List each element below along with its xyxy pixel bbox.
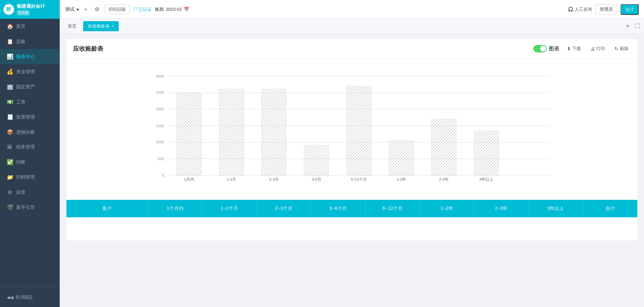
app-name: 畅捷通好会计 bbox=[17, 3, 45, 9]
sidebar-label-closing: 结账 bbox=[16, 159, 25, 165]
sidebar-item-home[interactable]: 🏠 首页 bbox=[0, 19, 60, 34]
table-header-total: 合计 bbox=[583, 200, 637, 217]
company-dropdown-icon: ▾ bbox=[76, 7, 79, 12]
toggle-thumb bbox=[540, 46, 546, 52]
svg-text:500: 500 bbox=[158, 157, 164, 161]
sidebar-item-sales[interactable]: 📦 进销台账 bbox=[0, 125, 60, 140]
download-button[interactable]: ⬇ 下载 bbox=[565, 44, 583, 53]
old-version-button[interactable]: 切到旧版 bbox=[105, 5, 129, 14]
refresh-button[interactable]: ↻ 刷新 bbox=[612, 44, 631, 53]
sidebar-item-tax[interactable]: 🏛 税务管理 bbox=[0, 140, 60, 155]
svg-text:3年以上: 3年以上 bbox=[479, 177, 493, 181]
sidebar-label-tax: 税务管理 bbox=[16, 144, 35, 150]
logo-text-block: 畅捷通好会计 专业版 bbox=[17, 3, 45, 15]
print-button[interactable]: 🖨 打印 bbox=[588, 44, 607, 53]
bar-6-12月 bbox=[346, 86, 371, 175]
invoice-icon: 🧾 bbox=[7, 114, 13, 120]
print-icon: 🖨 bbox=[590, 46, 595, 51]
tab-close-icon[interactable]: × bbox=[112, 24, 114, 29]
gear-button[interactable]: ⚙ bbox=[93, 5, 101, 14]
download-icon: ⬇ bbox=[567, 46, 571, 51]
bar-1-2年 bbox=[389, 141, 414, 175]
calendar-icon[interactable]: 📅 bbox=[184, 7, 189, 12]
page-content: 应收账龄表 图表 ⬇ 下载 🖨 打印 bbox=[60, 34, 644, 307]
bar-3年以上 bbox=[474, 131, 499, 175]
table-header-3-6m: 3~6个月 bbox=[311, 200, 365, 217]
headset-icon: 🎧 bbox=[568, 7, 573, 12]
window-resize-button[interactable]: ⛶ bbox=[633, 22, 641, 31]
consult-button[interactable]: 🎧 人工咨询 bbox=[568, 6, 592, 12]
report-title: 应收账龄表 bbox=[73, 45, 103, 53]
topbar: 测试 ▾ + ⚙ 切到旧版 🛡 已认证 账期 2023-02 📅 🎧 人工咨询 … bbox=[60, 0, 644, 19]
report-area: 应收账龄表 图表 ⬇ 下载 🖨 打印 bbox=[66, 39, 637, 240]
sidebar-item-assets[interactable]: 🏢 固定资产 bbox=[0, 79, 60, 94]
chart-toggle[interactable]: 图表 bbox=[533, 45, 559, 52]
consult-label: 人工咨询 bbox=[575, 6, 592, 12]
table-header-row: 客户 1个月内 1~2个月 2~3个月 3~6个月 6~12个月 bbox=[66, 200, 637, 217]
window-close-button[interactable]: × bbox=[625, 22, 631, 31]
role-button[interactable]: 会计 bbox=[621, 4, 639, 15]
closing-icon: ✅ bbox=[7, 159, 13, 165]
sidebar-label-invoice: 发票管理 bbox=[16, 114, 35, 120]
report-actions: 图表 ⬇ 下载 🖨 打印 ↻ 刷新 bbox=[533, 44, 631, 53]
sidebar: 财 畅捷通好会计 专业版 🏠 首页 📋 总账 📊 报表中心 💰 资金管理 🏢 固… bbox=[0, 0, 60, 307]
refresh-icon: ↻ bbox=[614, 46, 619, 51]
table-header-6-12m: 6~12个月 bbox=[366, 200, 420, 217]
bar-1-2月 bbox=[219, 89, 244, 176]
refresh-label: 刷新 bbox=[620, 46, 629, 52]
sidebar-item-guide[interactable]: 🎬 新手引导 bbox=[0, 200, 60, 215]
home-icon: 🏠 bbox=[7, 23, 13, 30]
table-header-1m: 1个月内 bbox=[148, 200, 202, 217]
sidebar-label-ledger: 总账 bbox=[16, 39, 25, 45]
svg-text:1500: 1500 bbox=[156, 124, 164, 128]
salary-icon: 💵 bbox=[7, 99, 13, 105]
period-value: 2023-02 bbox=[166, 7, 182, 12]
sidebar-label-salary: 工资 bbox=[16, 99, 25, 105]
archive-icon: 📁 bbox=[7, 174, 13, 180]
sidebar-label-archive: 归档管理 bbox=[16, 174, 35, 180]
svg-text:3-6月: 3-6月 bbox=[312, 177, 321, 181]
cancel-fixed-button[interactable]: ◀◀ 取消固定 bbox=[0, 291, 60, 304]
svg-text:2000: 2000 bbox=[156, 107, 164, 111]
sidebar-label-reports: 报表中心 bbox=[16, 54, 35, 60]
sidebar-label-guide: 新手引导 bbox=[16, 205, 35, 211]
sidebar-label-sales: 进销台账 bbox=[16, 129, 35, 135]
tab-report[interactable]: 应收账龄表 × bbox=[83, 21, 119, 31]
svg-text:0: 0 bbox=[162, 173, 164, 177]
cancel-fixed-label: 取消固定 bbox=[15, 294, 33, 300]
app-edition: 专业版 bbox=[17, 10, 30, 15]
guide-icon: 🎬 bbox=[7, 204, 13, 211]
bar-1月内 bbox=[177, 93, 202, 175]
table-header-customer: 客户 bbox=[66, 200, 148, 217]
logo-icon: 财 bbox=[3, 4, 14, 15]
print-label: 打印 bbox=[596, 46, 605, 52]
svg-text:6-12个月: 6-12个月 bbox=[351, 177, 367, 181]
sidebar-item-salary[interactable]: 💵 工资 bbox=[0, 94, 60, 109]
period-info: 账期 2023-02 📅 bbox=[155, 6, 189, 12]
sidebar-item-reports[interactable]: 📊 报表中心 bbox=[0, 49, 60, 64]
svg-text:3000: 3000 bbox=[156, 74, 164, 78]
company-selector[interactable]: 测试 ▾ bbox=[65, 6, 79, 12]
sidebar-label-settings: 设置 bbox=[16, 189, 25, 195]
svg-text:2500: 2500 bbox=[156, 90, 164, 94]
sidebar-item-archive[interactable]: 📁 归档管理 bbox=[0, 170, 60, 185]
verified-badge: 🛡 已认证 bbox=[133, 6, 152, 12]
settings-icon: ⚙ bbox=[7, 189, 13, 195]
sidebar-item-settings[interactable]: ⚙ 设置 bbox=[0, 185, 60, 200]
admin-button[interactable]: 管理员 bbox=[595, 4, 617, 14]
sales-icon: 📦 bbox=[7, 129, 13, 135]
tabs-bar: 首页 应收账龄表 × × ⛶ bbox=[60, 19, 644, 34]
table-header-1-2m: 1~2个月 bbox=[202, 200, 257, 217]
bar-3-6月 bbox=[304, 146, 329, 176]
tab-home[interactable]: 首页 bbox=[62, 21, 82, 31]
sidebar-item-closing[interactable]: ✅ 结账 bbox=[0, 155, 60, 170]
sidebar-label-home: 首页 bbox=[16, 24, 25, 30]
add-button[interactable]: + bbox=[82, 5, 89, 14]
company-name: 测试 bbox=[65, 6, 74, 12]
toggle-track[interactable] bbox=[533, 45, 547, 52]
sidebar-item-funds[interactable]: 💰 资金管理 bbox=[0, 64, 60, 79]
svg-text:1月内: 1月内 bbox=[184, 177, 194, 181]
sidebar-item-invoice[interactable]: 🧾 发票管理 bbox=[0, 109, 60, 125]
sidebar-item-ledger[interactable]: 📋 总账 bbox=[0, 34, 60, 49]
sidebar-footer: ◀◀ 取消固定 bbox=[0, 287, 60, 307]
